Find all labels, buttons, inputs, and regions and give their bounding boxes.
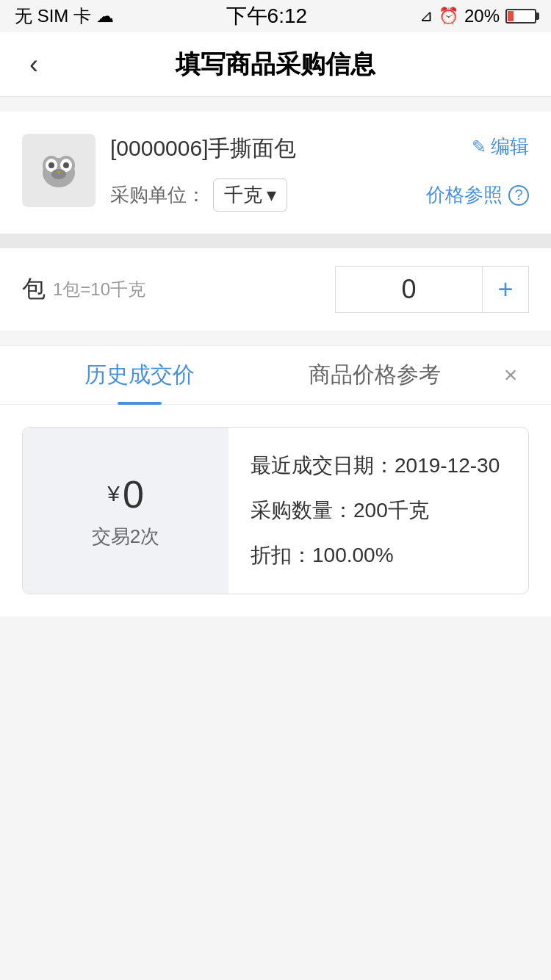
- edit-label: 编辑: [491, 134, 529, 159]
- location-icon: ⊿: [419, 7, 433, 26]
- unit-select[interactable]: 千克 ▾: [213, 179, 287, 212]
- quantity-row: 包 1包=10千克 +: [0, 248, 551, 331]
- edit-icon: ✎: [472, 137, 486, 157]
- product-info: [0000006]手撕面包 ✎ 编辑 采购单位： 千克 ▾ 价格参照: [110, 134, 529, 212]
- purchase-qty-line: 采购数量：200千克: [251, 494, 506, 527]
- page-container: 无 SIM 卡 ☁ 下午6:12 ⊿ ⏰ 20% ‹ 填写商品采购信息: [0, 0, 551, 980]
- tab-history-price[interactable]: 历史成交价: [22, 345, 257, 405]
- unit-label: 包 1包=10千克: [22, 273, 145, 306]
- trade-count: 交易2次: [92, 524, 159, 550]
- product-name: [0000006]手撕面包: [110, 134, 296, 164]
- quantity-control: +: [335, 266, 529, 313]
- back-button[interactable]: ‹: [22, 42, 46, 87]
- product-thumbnail: [22, 134, 96, 207]
- quantity-input[interactable]: [335, 266, 482, 313]
- history-price-section: ¥ 0 交易2次: [23, 428, 228, 594]
- unit-left: 采购单位： 千克 ▾: [110, 179, 287, 212]
- purchase-qty-value: 200千克: [353, 499, 429, 522]
- discount-label: 折扣：: [251, 544, 312, 566]
- discount-value: 100.00%: [312, 544, 394, 566]
- discount-line: 折扣：100.00%: [251, 539, 506, 572]
- tabs-close-button[interactable]: ×: [492, 357, 529, 394]
- currency-symbol: ¥: [107, 481, 120, 506]
- tab-price-reference[interactable]: 商品价格参考: [257, 345, 492, 405]
- recent-date-line: 最近成交日期：2019-12-30: [251, 450, 506, 483]
- help-icon[interactable]: ?: [508, 185, 529, 206]
- price-ref-label: 价格参照: [426, 182, 503, 208]
- question-mark: ?: [514, 187, 522, 203]
- product-image-icon: [33, 145, 84, 196]
- price-number: 0: [123, 472, 144, 516]
- edit-button[interactable]: ✎ 编辑: [472, 134, 529, 159]
- section-divider: [0, 234, 551, 248]
- battery-indicator: [505, 9, 536, 24]
- recent-date-value: 2019-12-30: [395, 454, 500, 477]
- unit-text: 包: [22, 273, 46, 306]
- unit-prefix: 采购单位：: [110, 182, 206, 208]
- price-amount: ¥ 0: [107, 472, 144, 516]
- product-unit-row: 采购单位： 千克 ▾ 价格参照 ?: [110, 179, 529, 212]
- purchase-qty-label: 采购数量：: [251, 499, 353, 522]
- nav-bar: ‹ 填写商品采购信息: [0, 32, 551, 97]
- page-title: 填写商品采购信息: [176, 48, 375, 82]
- status-right: ⊿ ⏰ 20%: [419, 6, 536, 26]
- status-time: 下午6:12: [226, 2, 308, 30]
- alarm-icon: ⏰: [439, 7, 458, 26]
- price-reference-button[interactable]: 价格参照 ?: [426, 182, 529, 208]
- status-left: 无 SIM 卡 ☁: [15, 4, 114, 28]
- dropdown-arrow-icon: ▾: [267, 184, 276, 206]
- history-card: ¥ 0 交易2次 最近成交日期：2019-12-30 采购数量：200千克 折扣…: [22, 427, 529, 594]
- unit-sub-text: 1包=10千克: [53, 278, 145, 301]
- recent-date-label: 最近成交日期：: [251, 454, 395, 477]
- svg-point-5: [48, 162, 54, 168]
- svg-point-6: [63, 162, 69, 168]
- battery-pct: 20%: [464, 6, 500, 26]
- history-details: 最近成交日期：2019-12-30 采购数量：200千克 折扣：100.00%: [228, 428, 528, 594]
- tabs-header: 历史成交价 商品价格参考 ×: [0, 346, 551, 405]
- tabs-container: 历史成交价 商品价格参考 × ¥ 0 交易2次 最近成交日期：2019-12-3…: [0, 345, 551, 616]
- product-card: [0000006]手撕面包 ✎ 编辑 采购单位： 千克 ▾ 价格参照: [0, 112, 551, 234]
- tabs-content: ¥ 0 交易2次 最近成交日期：2019-12-30 采购数量：200千克 折扣…: [0, 405, 551, 616]
- sim-label: 无 SIM 卡 ☁: [15, 4, 114, 28]
- unit-value: 千克: [224, 182, 262, 208]
- quantity-plus-button[interactable]: +: [482, 266, 529, 313]
- product-header: [0000006]手撕面包 ✎ 编辑: [110, 134, 529, 164]
- status-bar: 无 SIM 卡 ☁ 下午6:12 ⊿ ⏰ 20%: [0, 0, 551, 32]
